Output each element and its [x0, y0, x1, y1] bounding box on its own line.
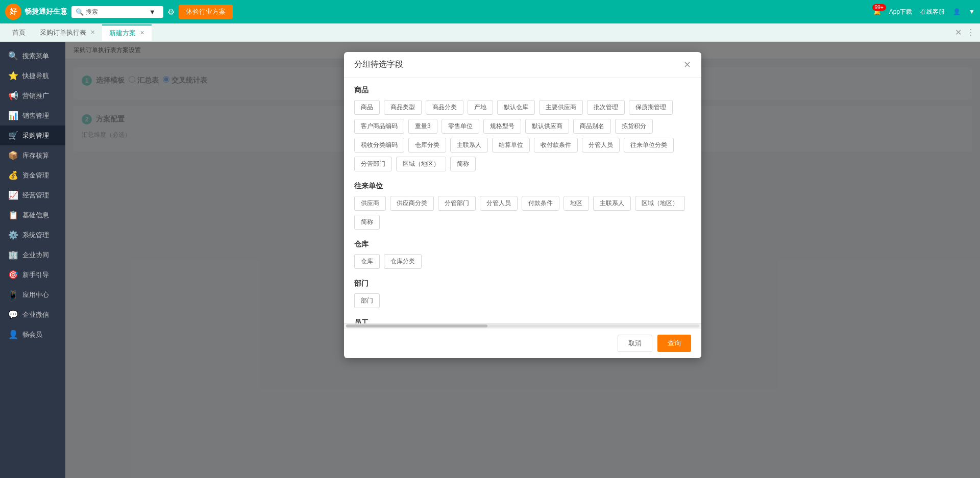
field-tag[interactable]: 分管人员: [480, 196, 518, 211]
tab-home[interactable]: 首页: [5, 25, 33, 40]
sidebar-item-finance[interactable]: 💰 资金管理: [0, 165, 65, 185]
field-group-counterpart-title: 往来单位: [354, 182, 691, 191]
quick-nav-icon: ⭐: [8, 71, 18, 81]
field-tag[interactable]: 规格型号: [483, 119, 521, 134]
user-avatar[interactable]: 👤: [953, 8, 961, 15]
sidebar-item-basic[interactable]: 📋 基础信息: [0, 205, 65, 225]
sidebar-item-basic-label: 基础信息: [22, 211, 49, 220]
field-tag[interactable]: 简称: [354, 215, 380, 230]
field-group-employee: 员工 业务员: [354, 318, 691, 323]
tab-new-plan-label: 新建方案: [109, 29, 136, 38]
sidebar-item-inventory-label: 库存核算: [22, 151, 49, 160]
field-tag[interactable]: 产地: [468, 100, 493, 115]
sidebar-item-member[interactable]: 👤 畅会员: [0, 324, 65, 344]
field-tag[interactable]: 客户商品编码: [354, 119, 404, 134]
field-tag[interactable]: 区域（地区）: [635, 196, 685, 211]
modal-footer: 取消 查询: [344, 328, 701, 358]
field-tag[interactable]: 仓库分类: [408, 138, 446, 153]
main-layout: 🔍 搜索菜单 ⭐ 快捷导航 📢 营销推广 📊 销售管理 🛒 采购管理 📦 库存核…: [0, 42, 980, 478]
field-tag[interactable]: 主要供应商: [539, 100, 583, 115]
field-tag[interactable]: 商品: [354, 100, 380, 115]
field-tag[interactable]: 区域（地区）: [396, 157, 446, 171]
field-group-department: 部门 部门: [354, 279, 691, 308]
online-service-link[interactable]: 在线客服: [920, 8, 945, 16]
trial-button[interactable]: 体验行业方案: [179, 5, 233, 19]
sidebar-item-newbie[interactable]: 🎯 新手引导: [0, 265, 65, 285]
sidebar-item-appcenter-label: 应用中心: [22, 290, 49, 299]
sidebar-item-inventory[interactable]: 📦 库存核算: [0, 145, 65, 165]
close-all-icon[interactable]: ✕: [955, 28, 962, 37]
sidebar-item-marketing[interactable]: 📢 营销推广: [0, 86, 65, 106]
sidebar-item-wechat-label: 企业微信: [22, 310, 49, 319]
sidebar-item-system[interactable]: ⚙️ 系统管理: [0, 225, 65, 245]
enterprise-icon: 🏢: [8, 250, 18, 260]
logo-icon: 好: [5, 4, 21, 20]
tab-new-plan[interactable]: 新建方案 ✕: [102, 24, 152, 41]
field-tag[interactable]: 结算单位: [492, 138, 530, 153]
user-menu[interactable]: ▼: [969, 8, 975, 15]
field-tag[interactable]: 仓库分类: [384, 254, 422, 269]
field-tag[interactable]: 供应商分类: [390, 196, 434, 211]
field-tag[interactable]: 主联系人: [593, 196, 631, 211]
field-group-product: 商品 商品 商品类型 商品分类 产地 默认仓库 主要供应商 批次管理 保质期管理…: [354, 86, 691, 171]
field-tag[interactable]: 简称: [450, 157, 476, 171]
search-bar[interactable]: 🔍 ▼: [71, 6, 163, 18]
field-tag[interactable]: 默认供应商: [525, 119, 569, 134]
sidebar-item-wechat[interactable]: 💬 企业微信: [0, 305, 65, 324]
modal-overlay: 分组待选字段 ✕ 商品 商品 商品类型 商品分类 产地 默认仓库: [65, 42, 980, 478]
tab-purchase-close-icon[interactable]: ✕: [90, 29, 95, 36]
field-tag[interactable]: 拣货积分: [615, 119, 653, 134]
field-tag[interactable]: 收付款条件: [534, 138, 578, 153]
nav-left: 好 畅捷通好生意 🔍 ▼ ⚙ 体验行业方案: [5, 4, 233, 20]
sidebar-item-search[interactable]: 🔍 搜索菜单: [0, 46, 65, 66]
modal-header: 分组待选字段 ✕: [344, 52, 701, 78]
tab-purchase-exec[interactable]: 采购订单执行表 ✕: [33, 25, 102, 40]
field-tag[interactable]: 商品别名: [573, 119, 611, 134]
app-download-link[interactable]: App下载: [889, 8, 912, 16]
field-tag[interactable]: 主联系人: [450, 138, 488, 153]
field-tag[interactable]: 商品分类: [426, 100, 463, 115]
search-input[interactable]: [86, 8, 147, 15]
more-tabs-icon[interactable]: ⋮: [967, 28, 975, 37]
field-tag[interactable]: 保质期管理: [629, 100, 673, 115]
notification[interactable]: 🔔 99+: [873, 8, 881, 15]
field-tag[interactable]: 往来单位分类: [624, 138, 674, 153]
field-tag[interactable]: 付款条件: [522, 196, 559, 211]
sidebar-item-enterprise[interactable]: 🏢 企业协同: [0, 245, 65, 265]
confirm-button[interactable]: 查询: [657, 335, 691, 352]
sidebar-item-operation[interactable]: 📈 经营管理: [0, 185, 65, 205]
sidebar-item-purchase-label: 采购管理: [22, 131, 49, 140]
field-tag[interactable]: 默认仓库: [497, 100, 535, 115]
field-tag[interactable]: 地区: [564, 196, 589, 211]
sidebar-item-quick[interactable]: ⭐ 快捷导航: [0, 66, 65, 86]
cancel-button[interactable]: 取消: [618, 335, 652, 352]
tab-home-label: 首页: [12, 28, 26, 37]
search-menu-icon: 🔍: [8, 51, 18, 61]
sidebar-item-sales[interactable]: 📊 销售管理: [0, 106, 65, 125]
modal-close-button[interactable]: ✕: [683, 60, 691, 69]
tab-new-plan-close-icon[interactable]: ✕: [140, 30, 144, 36]
field-tag[interactable]: 税收分类编码: [354, 138, 404, 153]
field-tag[interactable]: 分管部门: [354, 157, 392, 171]
field-tag[interactable]: 分管部门: [438, 196, 476, 211]
sidebar-item-appcenter[interactable]: 📱 应用中心: [0, 285, 65, 305]
field-tag[interactable]: 供应商: [354, 196, 386, 211]
field-group-employee-title: 员工: [354, 318, 691, 323]
sidebar-item-finance-label: 资金管理: [22, 171, 49, 180]
field-tag[interactable]: 零售单位: [442, 119, 479, 134]
settings-icon[interactable]: ⚙: [167, 7, 175, 17]
appcenter-icon: 📱: [8, 290, 18, 299]
modal-horizontal-scrollbar[interactable]: [344, 323, 701, 328]
tab-purchase-exec-label: 采购订单执行表: [40, 28, 86, 37]
field-select-modal: 分组待选字段 ✕ 商品 商品 商品类型 商品分类 产地 默认仓库: [344, 52, 701, 358]
field-tag[interactable]: 仓库: [354, 254, 380, 269]
field-tag[interactable]: 部门: [354, 293, 380, 308]
field-tag[interactable]: 重量3: [408, 119, 437, 134]
sidebar-item-purchase[interactable]: 🛒 采购管理: [0, 125, 65, 145]
newbie-icon: 🎯: [8, 270, 18, 280]
field-tag[interactable]: 商品类型: [384, 100, 422, 115]
sidebar-item-enterprise-label: 企业协同: [22, 250, 49, 260]
field-tag[interactable]: 批次管理: [587, 100, 625, 115]
field-tag[interactable]: 分管人员: [582, 138, 620, 153]
modal-body[interactable]: 商品 商品 商品类型 商品分类 产地 默认仓库 主要供应商 批次管理 保质期管理…: [344, 78, 701, 323]
